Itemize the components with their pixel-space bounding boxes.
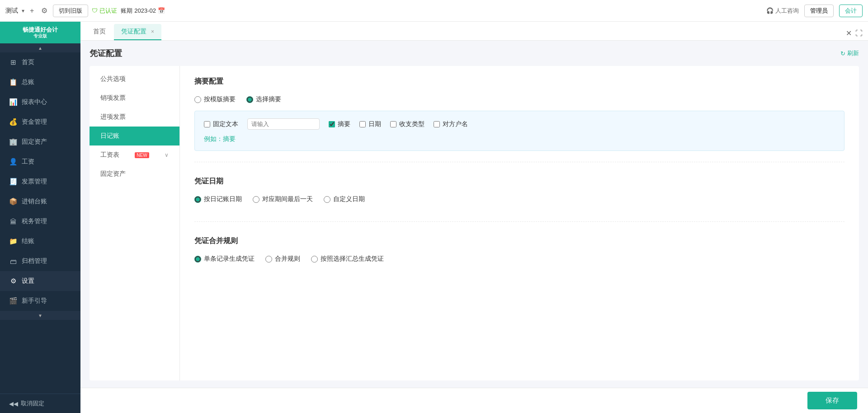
- tab-close-btn[interactable]: ×: [151, 28, 154, 35]
- cancel-fixed-icon: ◀◀: [9, 400, 18, 407]
- sidebar-item-home[interactable]: ⊞ 首页: [0, 52, 80, 72]
- cancel-fixed-btn[interactable]: ◀◀ 取消固定: [0, 394, 80, 413]
- fixed-text-checkbox[interactable]: 固定文本: [204, 120, 238, 128]
- sidebar-item-label: 进销台账: [22, 197, 47, 206]
- consult-btn[interactable]: 🎧 人工咨询: [766, 7, 799, 15]
- summary-config-box: 固定文本 摘要 日期: [194, 111, 844, 151]
- merge-radio-single[interactable]: 单条记录生成凭证: [194, 255, 255, 263]
- company-name: 测试: [5, 7, 18, 15]
- sidebar-bottom: ◀◀ 取消固定: [0, 394, 80, 413]
- sidebar-item-label: 设置: [22, 277, 34, 285]
- settings-btn[interactable]: ⚙: [39, 5, 49, 17]
- sidebar-item-trade[interactable]: 📦 进销台账: [0, 192, 80, 211]
- merge-radio-rule[interactable]: 合并规则: [265, 255, 300, 263]
- sidebar-item-reports[interactable]: 📊 报表中心: [0, 92, 80, 112]
- merge-radio-group: 单条记录生成凭证 合并规则 按照选择汇总生成凭证: [194, 255, 844, 263]
- close-period-icon: 📁: [9, 237, 17, 245]
- add-btn[interactable]: +: [28, 5, 36, 17]
- new-badge: NEW: [135, 152, 149, 158]
- counterpart-checkbox[interactable]: 对方户名: [434, 120, 468, 128]
- sidebar-scroll-up[interactable]: ▲: [0, 43, 80, 52]
- expand-icon: ∨: [165, 152, 169, 158]
- refresh-icon: ↻: [840, 50, 845, 57]
- sidebar-item-archive[interactable]: 🗃 归档管理: [0, 251, 80, 271]
- home-icon: ⊞: [9, 58, 17, 66]
- cancel-fixed-label: 取消固定: [21, 399, 44, 408]
- sidebar-item-guide[interactable]: 🎬 新手引导: [0, 291, 80, 311]
- summary-checkbox-row: 固定文本 摘要 日期: [204, 118, 835, 130]
- sidebar-item-label: 税务管理: [22, 217, 47, 225]
- sidebar: 畅捷通好会计 专业版 ▲ ⊞ 首页 📋 总账 📊 报表中心 💰 资金管理 🏢 固…: [0, 22, 80, 413]
- config-nav-purchase-invoice[interactable]: 进项发票: [90, 108, 179, 127]
- save-btn[interactable]: 保存: [807, 392, 857, 409]
- sidebar-item-label: 固定资产: [22, 138, 47, 146]
- income-type-checkbox[interactable]: 收支类型: [390, 120, 425, 128]
- sidebar-item-ledger[interactable]: 📋 总账: [0, 72, 80, 92]
- date-radio-custom[interactable]: 自定义日期: [324, 195, 365, 203]
- date-radio-diary[interactable]: 按日记账日期: [194, 195, 242, 203]
- logo-text: 畅捷通好会计: [23, 26, 58, 33]
- sidebar-item-label: 结账: [22, 237, 34, 245]
- config-nav-fixed-assets[interactable]: 固定资产: [90, 164, 179, 183]
- config-nav-diary[interactable]: 日记账: [90, 127, 179, 145]
- manager-btn[interactable]: 管理员: [804, 5, 834, 17]
- summary-radio-template[interactable]: 按模版摘要: [194, 95, 236, 103]
- calendar-icon[interactable]: 📅: [158, 7, 165, 14]
- sidebar-item-assets[interactable]: 🏢 固定资产: [0, 132, 80, 152]
- archive-icon: 🗃: [9, 257, 17, 265]
- tab-home[interactable]: 首页: [86, 24, 113, 40]
- sidebar-item-invoice[interactable]: 🧾 发票管理: [0, 172, 80, 192]
- top-bar: 测试 ▾ + ⚙ 切到旧版 🛡 已认证 账期 2023-02 📅 🎧 人工咨询 …: [0, 0, 868, 22]
- config-nav-sales-invoice[interactable]: 销项发票: [90, 89, 179, 108]
- merge-radio-aggregate[interactable]: 按照选择汇总生成凭证: [311, 255, 384, 263]
- tab-bar-actions: ✕ ⛶: [846, 29, 863, 40]
- certified-icon: 🛡: [92, 7, 98, 14]
- sidebar-item-tax[interactable]: 🏛 税务管理: [0, 211, 80, 231]
- config-nav-public[interactable]: 公共选项: [90, 70, 179, 89]
- date-radio-last-day[interactable]: 对应期间最后一天: [253, 195, 313, 203]
- reports-icon: 📊: [9, 98, 17, 106]
- sidebar-item-label: 发票管理: [22, 178, 47, 186]
- summary-checkbox[interactable]: 摘要: [329, 120, 350, 128]
- main-layout: 畅捷通好会计 专业版 ▲ ⊞ 首页 📋 总账 📊 报表中心 💰 资金管理 🏢 固…: [0, 22, 868, 413]
- funds-icon: 💰: [9, 118, 17, 126]
- merge-section: 凭证合并规则 单条记录生成凭证 合并规则: [194, 236, 844, 281]
- fixed-text-input[interactable]: [247, 118, 320, 130]
- logo-sub: 专业版: [23, 33, 58, 39]
- company-dropdown-btn[interactable]: ▾: [22, 8, 24, 14]
- sidebar-logo: 畅捷通好会计 专业版: [0, 22, 80, 43]
- summary-radio-select[interactable]: 选择摘要: [246, 95, 281, 103]
- refresh-btn[interactable]: ↻ 刷新: [840, 49, 859, 57]
- tab-close-window-btn[interactable]: ✕: [846, 29, 852, 38]
- settings-icon: ⚙: [9, 277, 17, 285]
- certified-label: 已认证: [99, 7, 117, 15]
- date-radio-group: 按日记账日期 对应期间最后一天 自定义日期: [194, 195, 844, 203]
- page-title-row: 凭证配置 ↻ 刷新: [90, 48, 859, 59]
- sidebar-item-payroll[interactable]: 👤 工资: [0, 152, 80, 172]
- top-bar-right: 🎧 人工咨询 管理员 会计: [766, 5, 863, 17]
- sidebar-item-settings[interactable]: ⚙ 设置: [0, 271, 80, 291]
- tab-expand-btn[interactable]: ⛶: [855, 29, 863, 38]
- refresh-label: 刷新: [847, 49, 859, 57]
- guide-icon: 🎬: [9, 297, 17, 305]
- accountant-btn[interactable]: 会计: [839, 5, 863, 17]
- sidebar-scroll-down[interactable]: ▼: [0, 311, 80, 320]
- sidebar-item-funds[interactable]: 💰 资金管理: [0, 112, 80, 132]
- assets-icon: 🏢: [9, 138, 17, 146]
- tax-icon: 🏛: [9, 217, 17, 225]
- period-value: 2023-02: [134, 7, 156, 14]
- config-nav-payroll-table[interactable]: 工资表 NEW ∨: [90, 145, 179, 164]
- page-footer: 保存: [80, 388, 868, 413]
- config-main: 摘要配置 按模版摘要 选择摘要: [180, 66, 859, 380]
- sidebar-item-label: 归档管理: [22, 257, 47, 265]
- sidebar-item-close[interactable]: 📁 结账: [0, 231, 80, 251]
- period-info: 账期 2023-02 📅: [121, 7, 165, 15]
- page-content: 凭证配置 ↻ 刷新 公共选项 销项发票 进项发票: [80, 41, 868, 388]
- tab-voucher-config[interactable]: 凭证配置 ×: [114, 24, 161, 40]
- sidebar-item-label: 报表中心: [22, 98, 47, 106]
- tab-bar: 首页 凭证配置 × ✕ ⛶: [80, 22, 868, 41]
- date-checkbox[interactable]: 日期: [359, 120, 381, 128]
- ledger-icon: 📋: [9, 78, 17, 86]
- switch-old-btn[interactable]: 切到旧版: [53, 5, 88, 17]
- config-layout: 公共选项 销项发票 进项发票 日记账 工资表 NEW: [90, 66, 859, 380]
